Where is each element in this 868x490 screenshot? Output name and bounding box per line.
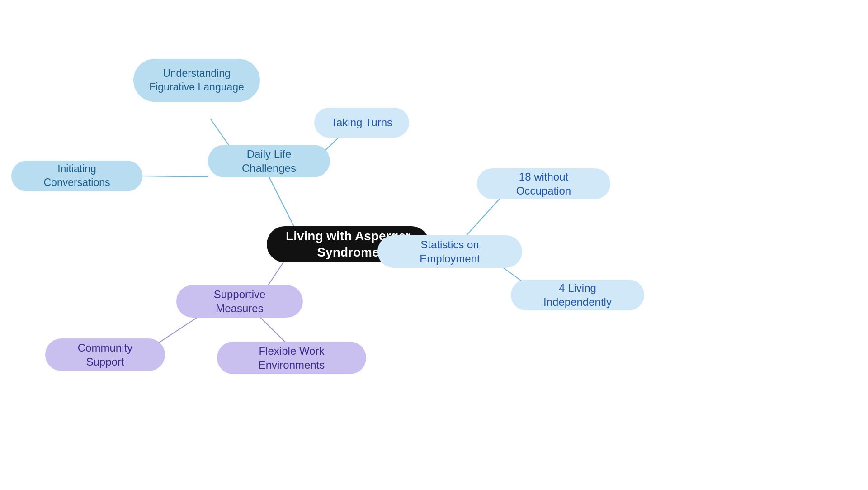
statistics-employment-node[interactable]: Statistics on Employment <box>377 235 522 268</box>
supportive-measures-node[interactable]: Supportive Measures <box>176 285 303 318</box>
svg-line-0 <box>269 177 294 226</box>
living-independently-node[interactable]: 4 Living Independently <box>511 280 644 310</box>
initiating-conversations-node[interactable]: Initiating Conversations <box>11 161 142 191</box>
flexible-work-node[interactable]: Flexible Work Environments <box>217 342 366 374</box>
taking-turns-node[interactable]: Taking Turns <box>314 108 409 138</box>
without-occupation-node[interactable]: 18 without Occupation <box>477 168 610 199</box>
svg-line-3 <box>140 176 208 177</box>
understanding-figurative-node[interactable]: Understanding Figurative Language <box>133 59 260 102</box>
community-support-node[interactable]: Community Support <box>45 338 165 371</box>
daily-life-challenges-node[interactable]: Daily Life Challenges <box>208 145 330 177</box>
